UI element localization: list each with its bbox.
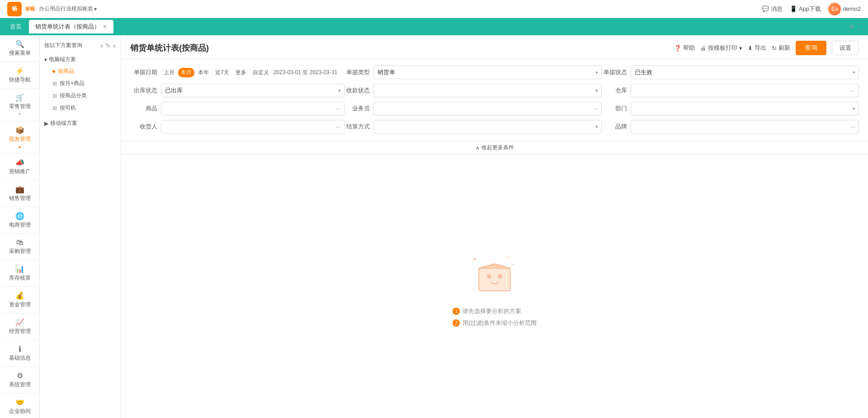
receiver-select[interactable]: ··· (161, 120, 344, 133)
out-status-chevron: ▾ (338, 88, 341, 94)
product-select[interactable]: ··· (161, 102, 344, 115)
export-icon: ⬇ (748, 45, 753, 52)
fp-mobile-arrow: ▶ (44, 120, 48, 127)
marketing-icon: 📣 (15, 158, 24, 167)
out-status-value: 已出库 (165, 86, 183, 95)
pay-status-label: 收款状态 (344, 86, 370, 95)
fp-pc-header[interactable]: ▾ 电脑端方案 (40, 54, 121, 65)
filter-panel-header: 按以下方案查询 + ✎ « (40, 39, 121, 52)
fp-item-by-product[interactable]: 按商品 (40, 65, 121, 77)
dept-chevron: ▾ (853, 106, 855, 112)
warehouse-select[interactable]: ··· (631, 84, 859, 97)
sidebar-item-marketing[interactable]: 📣 营销推广 (0, 154, 39, 180)
sidebar-item-operations[interactable]: 📈 经营管理 (0, 314, 39, 340)
receiver-control: ··· (161, 120, 344, 133)
empty-state: ✦ ✦ ✦ 1 请先选择要分析的方案 2 用[过滤]条件来缩小分析范围 (121, 155, 868, 418)
fp-item-by-product-label: 按商品 (58, 67, 74, 75)
messages-btn[interactable]: 💬 消息 (762, 5, 783, 13)
filter-doc-status: 单据状态 已生效 ▾ (602, 66, 859, 79)
template-print-btn[interactable]: 🖨 按模板打印 ▾ (700, 44, 742, 52)
help-btn[interactable]: ❓ 帮助 (674, 44, 695, 52)
sidebar-item-finance[interactable]: 💰 资金管理 (0, 287, 39, 314)
sidebar-label-retail: 零售管理 (9, 103, 31, 110)
fp-item-by-cashier[interactable]: ⊞ 按司机 (40, 102, 121, 114)
date-tab-this-month[interactable]: 本月 (178, 68, 194, 77)
fp-section-mobile: ▶ 移动端方案 (40, 116, 121, 131)
query-btn[interactable]: 查询 (796, 41, 826, 55)
doc-type-label: 单据类型 (344, 68, 370, 76)
pay-status-select[interactable]: ▾ (373, 84, 602, 97)
fp-item-by-month-product[interactable]: ⊞ 按月+商品 (40, 77, 121, 90)
fp-item-by-category[interactable]: ⊞ 按商品分类 (40, 90, 121, 102)
user-label: demo2 (843, 5, 861, 12)
tab-report-label: 销货单统计表（按商品） (35, 23, 100, 31)
download-icon: 📱 (790, 5, 797, 12)
date-tab-7days[interactable]: 近7天 (212, 68, 232, 77)
sidebar-item-retail[interactable]: 🛒 零售管理 ▾ (0, 89, 39, 121)
sidebar-item-quick-nav[interactable]: ⚡ 快捷导航 (0, 62, 39, 89)
settlement-control: ▾ (373, 120, 602, 133)
fp-mobile-header[interactable]: ▶ 移动端方案 (40, 118, 121, 129)
date-tab-custom[interactable]: 自定义 (250, 68, 272, 77)
svg-text:✦: ✦ (472, 256, 477, 263)
doc-type-value: 销货单 (377, 68, 395, 76)
tab-close-icon[interactable]: ✕ (103, 24, 107, 30)
collapse-panel-btn[interactable]: « (113, 42, 116, 49)
empty-tip-1: 1 请先选择要分析的方案 (453, 307, 536, 315)
sidebar-item-sales[interactable]: 💼 销售管理 (0, 180, 39, 207)
brand-control: ··· (631, 120, 859, 133)
filter-warehouse: 仓库 ··· (602, 84, 859, 97)
settings-btn[interactable]: 设置 (832, 41, 859, 55)
filter-row-1: 单据日期 上月 本月 本年 近7天 更多 自定义 2023- (130, 66, 859, 79)
empty-text-group: 1 请先选择要分析的方案 2 用[过滤]条件来缩小分析范围 (453, 307, 536, 327)
salesperson-select[interactable]: ··· (373, 102, 602, 115)
sidebar-item-base-info[interactable]: ℹ 基础信息 (0, 340, 39, 367)
sidebar-label-ecommerce: 电商管理 (9, 221, 31, 229)
doc-type-chevron: ▾ (595, 70, 598, 76)
window-close-btn[interactable]: ✕ (849, 23, 854, 30)
topbar-left: 畅 标账 办公用品行业模拟账套 ▾ (7, 2, 97, 16)
wholesale-expand-icon: ▴ (19, 144, 21, 149)
date-label: 单据日期 (130, 68, 157, 76)
settlement-select[interactable]: ▾ (373, 120, 602, 133)
avatar: Ea (828, 3, 841, 15)
date-tab-last-month[interactable]: 上月 (161, 68, 177, 77)
out-status-select[interactable]: 已出库 ▾ (161, 84, 344, 97)
sidebar-item-inventory[interactable]: 📊 库存核算 (0, 260, 39, 287)
fp-section-pc: ▾ 电脑端方案 按商品 ⊞ 按月+商品 ⊞ 按商品分类 ⊞ 按司机 (40, 52, 121, 116)
dept-select[interactable]: ▾ (631, 102, 859, 115)
brand-select[interactable]: ··· (631, 120, 859, 133)
sidebar-item-wholesale[interactable]: 📦 批发管理 ▴ (0, 121, 39, 154)
date-tab-this-year[interactable]: 本年 (195, 68, 212, 77)
sidebar-item-purchase[interactable]: 🛍 采购管理 (0, 234, 39, 260)
doc-type-control: 销货单 ▾ (373, 66, 602, 79)
collapse-bar[interactable]: ∧ 收起更多条件 (121, 141, 868, 155)
workspace-selector[interactable]: 办公用品行业模拟账套 ▾ (39, 5, 97, 13)
export-label: 导出 (755, 44, 766, 52)
window-maximize-btn[interactable]: ⛶ (858, 23, 864, 30)
content-area: 按以下方案查询 + ✎ « ▾ 电脑端方案 按商品 ⊞ (40, 35, 868, 418)
topbar-right: 💬 消息 📱 App下载 Ea demo2 (762, 3, 861, 15)
sidebar-item-ecommerce[interactable]: 🌐 电商管理 (0, 207, 39, 234)
date-tab-more[interactable]: 更多 (233, 68, 249, 77)
filter-dept: 部门 ▾ (602, 102, 859, 115)
tab-report[interactable]: 销货单统计表（按商品） ✕ (29, 20, 113, 33)
refresh-btn[interactable]: ↻ 刷新 (772, 44, 790, 52)
app-download-btn[interactable]: 📱 App下载 (790, 5, 821, 13)
export-btn[interactable]: ⬇ 导出 (748, 44, 766, 52)
sidebar-item-search-menu[interactable]: 🔍 搜索菜单 (0, 35, 39, 62)
right-panel: 销货单统计表(按商品) ❓ 帮助 🖨 按模板打印 ▾ ⬇ 导出 (121, 35, 868, 418)
sidebar-item-enterprise[interactable]: 🤝 企业协同 (0, 394, 39, 418)
edit-scheme-btn[interactable]: ✎ (105, 42, 111, 49)
sidebar-item-system[interactable]: ⚙ 系统管理 (0, 367, 39, 394)
filter-out-status: 出库状态 已出库 ▾ (130, 84, 344, 97)
user-menu[interactable]: Ea demo2 (828, 3, 861, 15)
settlement-label: 结算方式 (344, 123, 370, 131)
doc-type-select[interactable]: 销货单 ▾ (373, 66, 602, 79)
add-scheme-btn[interactable]: + (100, 42, 104, 49)
search-menu-icon: 🔍 (15, 40, 24, 48)
tab-home[interactable]: 首页 (4, 20, 28, 33)
workspace-title: 办公用品行业模拟账套 (39, 5, 93, 13)
doc-status-select[interactable]: 已生效 ▾ (631, 66, 859, 79)
brand-dots: ··· (850, 123, 855, 130)
